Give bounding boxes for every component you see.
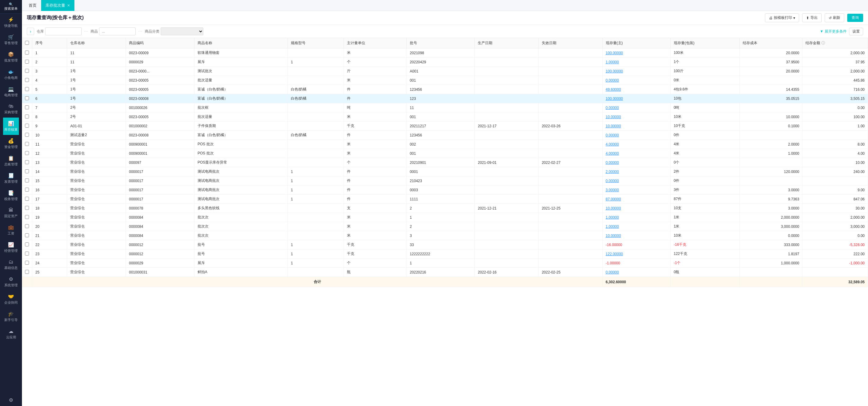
row-checkbox-4[interactable] [25,87,29,91]
row-checkbox-12[interactable] [25,160,29,164]
category-select[interactable] [161,27,204,35]
row-no: 15 [32,176,67,185]
row-checkbox-18[interactable] [25,215,29,219]
tab-close-icon[interactable]: ✕ [67,3,70,8]
row-qty-main[interactable]: 2.00000 [602,167,671,176]
sidebar-settings-button[interactable]: ⚙ [0,394,22,406]
sidebar-search[interactable]: 🔍 搜索菜单 [0,0,22,14]
row-qty-main[interactable]: 0.00000 [602,176,671,185]
row-batch: 210423 [407,176,475,185]
row-prod-date [475,167,539,176]
row-qty-main[interactable]: 122.00000 [602,249,671,259]
select-all-checkbox[interactable] [25,41,29,45]
row-qty-main[interactable]: 10.00000 [602,231,671,240]
query-button[interactable]: 查询 [847,14,863,22]
row-qty-main[interactable]: 0.00000 [602,268,671,277]
row-checkbox-10[interactable] [25,142,29,146]
row-checkbox-7[interactable] [25,114,29,119]
row-checkbox-6[interactable] [25,105,29,109]
settings-button[interactable]: 设置 [849,28,863,35]
row-qty-main[interactable]: 10.00000 [602,204,671,213]
sidebar-item-cloud[interactable]: ☁云应用 [3,325,19,343]
refresh-button[interactable]: ↺ 刷新 [825,13,844,22]
table-row: 23 营业综仓 0000012 批号 1 千克 1222222222 122.0… [22,249,868,259]
warehouse-input[interactable] [45,27,82,35]
row-checkbox-2[interactable] [25,69,29,73]
row-checkbox-5[interactable] [25,96,29,100]
row-qty-main[interactable]: 10.00000 [602,112,671,122]
row-qty-main[interactable]: 0.00000 [602,131,671,140]
sidebar-item-quick-nav[interactable]: ⚡快捷导航 [3,14,19,31]
row-qty-main[interactable]: 1.00000 [602,213,671,222]
row-qty-main[interactable]: 1.00000 [602,58,671,67]
row-qty-main[interactable]: 100.00000 [602,67,671,76]
row-exp-date [538,94,602,103]
tab-home[interactable]: 首页 [24,0,41,11]
row-qty-main[interactable]: 0.00000 [602,103,671,112]
row-warehouse: 营业综仓 [67,176,126,185]
export-button[interactable]: ⬆ 导出 [802,13,822,22]
row-qty-main[interactable]: 10.00000 [602,122,671,131]
row-qty-main[interactable]: -16.00000 [602,240,671,249]
row-checkbox-0[interactable] [25,50,29,55]
row-checkbox-20[interactable] [25,233,29,237]
sidebar-item-collab[interactable]: 🤝企业协同 [3,291,19,308]
row-checkbox-23[interactable] [25,261,29,265]
row-qty-main[interactable]: 100.00000 [602,94,671,103]
row-qty-main[interactable]: 0.00000 [602,158,671,167]
row-exp-date [538,76,602,85]
row-batch: 11 [407,103,475,112]
row-warehouse: 营业综仓 [67,195,126,204]
balance-info-icon[interactable]: ⓘ [822,41,825,45]
row-checkbox-13[interactable] [25,169,29,173]
print-button[interactable]: 🖨 按模板打印 ▾ [765,13,799,22]
row-unit: 千克 [344,122,407,131]
sidebar-item-ecom[interactable]: 💻电商管理 [3,83,19,101]
sidebar-item-tax[interactable]: 📑税务管理 [3,187,19,204]
sidebar-item-hr[interactable]: 💼工资 [3,222,19,239]
row-checkbox-8[interactable] [25,124,29,128]
row-product-name: 富诚（白色/奶橘） [194,131,287,140]
row-checkbox-cell [22,268,32,277]
row-qty-main[interactable]: -1.00000 [602,259,671,268]
sidebar-item-inventory[interactable]: 📊库存核算 [3,117,19,135]
sidebar-item-report[interactable]: 📋总账管理 [3,152,19,170]
row-qty-main[interactable]: 4.00000 [602,140,671,149]
row-qty-main[interactable]: 3.00000 [602,185,671,195]
tab-inventory-batch[interactable]: 库存批次量 ✕ [41,0,75,11]
row-checkbox-22[interactable] [25,251,29,256]
row-checkbox-1[interactable] [25,60,29,64]
row-checkbox-15[interactable] [25,188,29,192]
sidebar-item-sys[interactable]: ⚙系统管理 [3,273,19,291]
row-qty-main[interactable]: 100.00000 [602,48,671,58]
sidebar-item-retail[interactable]: 🛒零售管理 [3,31,19,48]
sidebar-item-newbie[interactable]: 🎓新手引导 [3,308,19,325]
row-qty-main[interactable]: 0.00000 [602,76,671,85]
row-qty-main[interactable]: 4.00000 [602,149,671,158]
row-checkbox-14[interactable] [25,178,29,182]
filter-toggle-button[interactable]: › [27,28,34,35]
row-checkbox-17[interactable] [25,206,29,210]
product-input[interactable] [99,27,136,35]
row-checkbox-16[interactable] [25,197,29,201]
row-qty-main[interactable]: 1.00000 [602,222,671,231]
sidebar-item-purchase[interactable]: 🛍采购管理 [3,101,19,117]
row-qty-main[interactable]: 49.60000 [602,85,671,94]
row-qty-main[interactable]: 87.00000 [602,195,671,204]
sidebar-icon-small-ecom: 🐟 [8,69,14,75]
expand-conditions-button[interactable]: ▼ 展开更多条件 [820,29,847,34]
sidebar-item-finance[interactable]: 💰资金管理 [3,135,19,152]
row-checkbox-11[interactable] [25,151,29,155]
row-checkbox-21[interactable] [25,242,29,246]
sidebar-item-wholesale[interactable]: 📦批发管理 [3,48,19,66]
row-checkbox-24[interactable] [25,270,29,274]
sidebar-item-small-ecom[interactable]: 🐟小鱼电商 [3,66,19,83]
row-checkbox-19[interactable] [25,224,29,228]
row-checkbox-9[interactable] [25,133,29,137]
row-checkbox-3[interactable] [25,78,29,82]
sidebar-item-fixed[interactable]: 🏛固定资产 [3,204,19,222]
row-checkbox-cell [22,122,32,131]
sidebar-item-invoice[interactable]: 🧾发票管理 [3,170,19,187]
sidebar-item-basic[interactable]: 🗂基础信息 [3,256,19,273]
sidebar-item-ops[interactable]: 📈经营管理 [3,239,19,256]
